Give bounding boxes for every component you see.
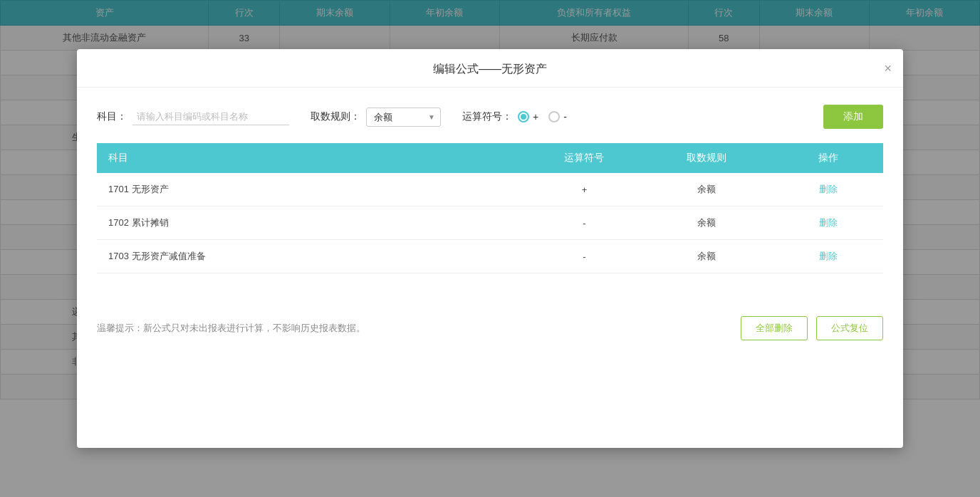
formula-action[interactable]: 删除 [773, 206, 883, 240]
modal-header: 编辑公式——无形资产 × [77, 49, 903, 88]
formula-subject: 1703 无形资产减值准备 [97, 240, 529, 273]
formula-subject: 1702 累计摊销 [97, 206, 529, 240]
table-header-row: 科目 运算符号 取数规则 操作 [97, 143, 883, 173]
formula-operator: - [529, 206, 640, 240]
formula-rule: 余额 [640, 173, 773, 206]
delete-link[interactable]: 删除 [819, 251, 838, 261]
radio-plus[interactable]: + [518, 111, 538, 122]
hint-text: 温馨提示：新公式只对未出报表进行计算，不影响历史报表数据。 [97, 322, 365, 335]
close-button[interactable]: × [884, 62, 892, 75]
radio-label-minus: - [563, 111, 567, 122]
add-button[interactable]: 添加 [823, 105, 883, 129]
reset-formula-button[interactable]: 公式复位 [816, 316, 883, 340]
delete-all-button[interactable]: 全部删除 [741, 316, 808, 340]
th-subject: 科目 [97, 143, 529, 173]
formula-operator: + [529, 173, 640, 206]
radio-circle-plus [518, 111, 529, 122]
formula-row: 1702 累计摊销 - 余额 删除 [97, 206, 883, 240]
th-action: 操作 [773, 143, 883, 173]
subject-group: 科目： [97, 108, 289, 125]
rule-select-wrapper: 余额借方发生额贷方发生额 [366, 108, 441, 127]
formula-action[interactable]: 删除 [773, 240, 883, 273]
radio-circle-minus [548, 111, 560, 122]
footer-buttons: 全部删除 公式复位 [741, 316, 883, 340]
formula-row: 1701 无形资产 + 余额 删除 [97, 173, 883, 206]
subject-input[interactable] [132, 108, 289, 125]
operator-radio-group: +- [518, 111, 567, 122]
modal-overlay: 编辑公式——无形资产 × 科目： 取数规则： 余额借方发生额贷方发生额 运算符号… [0, 0, 980, 497]
formula-rule: 余额 [640, 240, 773, 273]
operator-group: 运算符号： +- [462, 110, 567, 123]
radio-minus[interactable]: - [548, 111, 567, 122]
rule-label: 取数规则： [311, 110, 360, 123]
th-rule: 取数规则 [640, 143, 773, 173]
modal-dialog: 编辑公式——无形资产 × 科目： 取数规则： 余额借方发生额贷方发生额 运算符号… [77, 49, 903, 448]
formula-table: 科目 运算符号 取数规则 操作 1701 无形资产 + 余额 删除 1702 累… [97, 143, 883, 273]
formula-operator: - [529, 240, 640, 273]
rule-group: 取数规则： 余额借方发生额贷方发生额 [311, 108, 441, 127]
modal-body: 科目： 取数规则： 余额借方发生额贷方发生额 运算符号： +- 添加 [77, 88, 903, 305]
formula-row: 1703 无形资产减值准备 - 余额 删除 [97, 240, 883, 273]
th-operator: 运算符号 [529, 143, 640, 173]
modal-title: 编辑公式——无形资产 [433, 62, 547, 77]
radio-label-plus: + [533, 111, 538, 122]
formula-rule: 余额 [640, 206, 773, 240]
formula-action[interactable]: 删除 [773, 173, 883, 206]
delete-link[interactable]: 删除 [819, 184, 838, 194]
delete-link[interactable]: 删除 [819, 217, 838, 228]
subject-label: 科目： [97, 110, 127, 123]
formula-subject: 1701 无形资产 [97, 173, 529, 206]
operator-label: 运算符号： [462, 110, 512, 123]
rule-select[interactable]: 余额借方发生额贷方发生额 [366, 108, 441, 127]
form-row: 科目： 取数规则： 余额借方发生额贷方发生额 运算符号： +- 添加 [97, 105, 883, 129]
modal-footer: 温馨提示：新公式只对未出报表进行计算，不影响历史报表数据。 全部删除 公式复位 [77, 305, 903, 355]
